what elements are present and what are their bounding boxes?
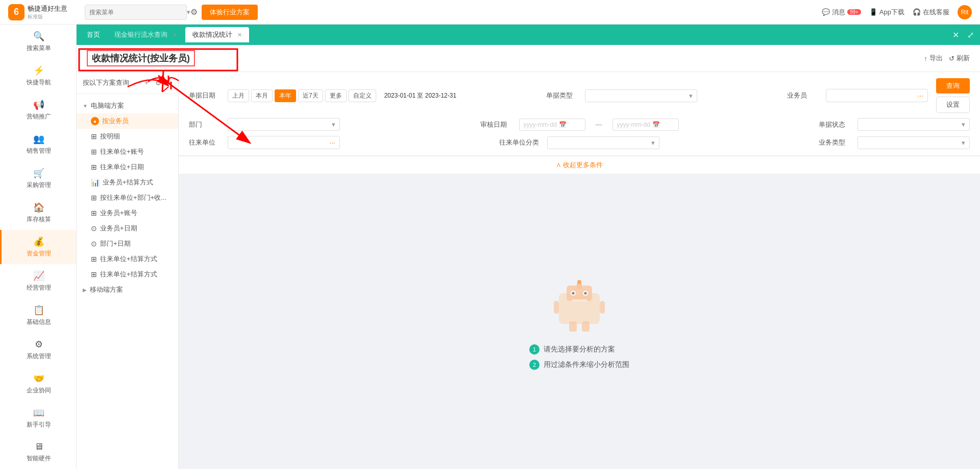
message-label: 消息 bbox=[832, 8, 845, 17]
basic-icon: 📋 bbox=[33, 304, 44, 316]
tab-collection-close[interactable]: ✕ bbox=[237, 32, 242, 38]
scheme-salesman-account[interactable]: ⊞ 业务员+账号 bbox=[77, 205, 178, 221]
date-btn-thisyear[interactable]: 本年 bbox=[275, 89, 296, 102]
scheme-partner-account[interactable]: ⊞ 往来单位+账号 bbox=[77, 144, 178, 159]
finance-icon: 💰 bbox=[33, 236, 44, 247]
scheme-salesman-settlement[interactable]: 📊 业务员+结算方式 bbox=[77, 175, 178, 190]
gear-icon[interactable]: ⚙ bbox=[190, 7, 198, 17]
sidebar-item-collab[interactable]: 🤝 企业协同 bbox=[0, 367, 76, 401]
empty-state-icon bbox=[549, 273, 610, 334]
setting-button[interactable]: 设置 bbox=[936, 97, 970, 113]
trial-button[interactable]: 体验行业方案 bbox=[202, 5, 258, 20]
search-input[interactable] bbox=[85, 5, 187, 20]
sidebar-item-system[interactable]: ⚙ 系统管理 bbox=[0, 333, 76, 367]
export-button[interactable]: ↑ 导出 bbox=[924, 54, 943, 63]
tip-num-2: 2 bbox=[529, 360, 540, 370]
voucher-type-select[interactable]: ▾ bbox=[585, 89, 697, 102]
dept-label: 部门 bbox=[189, 120, 219, 129]
mobile-group[interactable]: ▶ 移动端方案 bbox=[77, 282, 178, 297]
scheme-partner-settlement2-icon: ⊞ bbox=[91, 270, 97, 278]
date-btn-thismonth[interactable]: 本月 bbox=[251, 89, 273, 102]
scheme-partner-date[interactable]: ⊞ 往来单位+日期 bbox=[77, 159, 178, 175]
tip-text-2: 用过滤条件来缩小分析范围 bbox=[544, 360, 629, 369]
scheme-partner-settlement2[interactable]: ⊞ 往来单位+结算方式 bbox=[77, 267, 178, 282]
hardware-icon: 🖥 bbox=[34, 441, 43, 452]
sidebar-item-hardware[interactable]: 🖥 智能硬件 bbox=[0, 435, 76, 469]
salesman-select[interactable]: ··· bbox=[826, 89, 928, 102]
scheme-detail-label: 按明细 bbox=[100, 132, 120, 141]
voucher-status-select[interactable]: ▾ bbox=[857, 118, 970, 131]
svg-rect-9 bbox=[569, 321, 577, 332]
sidebar-item-search[interactable]: 🔍 搜索菜单 bbox=[0, 25, 76, 59]
scheme-salesman-date-icon: ⊙ bbox=[91, 224, 97, 232]
scheme-setting-icon[interactable]: ⚙ bbox=[154, 78, 163, 88]
top-header: 6 畅捷通好生意 标准版 ▾ ⚙ 体验行业方案 💬 消息 99+ 📱 App下载… bbox=[0, 0, 980, 25]
biz-type-chevron: ▾ bbox=[962, 139, 965, 147]
date-btn-more[interactable]: 更多 bbox=[325, 89, 347, 102]
partner-classify-label: 往来单位分类 bbox=[499, 138, 539, 147]
main-layout: 🔍 搜索菜单 ⚡ 快捷导航 📢 营销推广 👥 销售管理 🛒 采购管理 🏠 库存核… bbox=[0, 25, 980, 469]
add-scheme-icon[interactable]: ＋ bbox=[142, 77, 151, 88]
logo-tag: 标准版 bbox=[28, 13, 67, 20]
sidebar-item-operations[interactable]: 📈 经营管理 bbox=[0, 264, 76, 298]
sidebar-item-basic[interactable]: 📋 基础信息 bbox=[0, 298, 76, 333]
message-button[interactable]: 💬 消息 99+ bbox=[822, 8, 861, 17]
date-btn-lastmonth[interactable]: 上月 bbox=[228, 89, 249, 102]
app-download-label: App下载 bbox=[879, 8, 904, 17]
refresh-icon: ↺ bbox=[949, 55, 954, 62]
sidebar-item-marketing[interactable]: 📢 营销推广 bbox=[0, 93, 76, 127]
date-btn-custom[interactable]: 自定义 bbox=[349, 89, 376, 102]
marketing-icon: 📢 bbox=[33, 99, 44, 110]
online-service-button[interactable]: 🎧 在线客服 bbox=[913, 8, 949, 17]
partner-classify-select[interactable]: ▾ bbox=[547, 136, 659, 149]
scheme-partner-settlement1[interactable]: ⊞ 往来单位+结算方式 bbox=[77, 251, 178, 267]
collapse-panel-icon[interactable]: « bbox=[166, 78, 172, 88]
date-btn-7days[interactable]: 近7天 bbox=[298, 89, 323, 102]
partner-more-btn[interactable]: ··· bbox=[329, 138, 335, 147]
search-icon: 🔍 bbox=[33, 31, 44, 42]
close-tab-icon[interactable]: ✕ bbox=[950, 28, 961, 42]
maximize-icon[interactable]: ⤢ bbox=[965, 28, 976, 42]
tab-collection[interactable]: 收款情况统计 ✕ bbox=[185, 27, 249, 42]
header-right: 💬 消息 99+ 📱 App下载 🎧 在线客服 Rit bbox=[822, 5, 972, 19]
scheme-salesman-date[interactable]: ⊙ 业务员+日期 bbox=[77, 221, 178, 236]
sidebar: 🔍 搜索菜单 ⚡ 快捷导航 📢 营销推广 👥 销售管理 🛒 采购管理 🏠 库存核… bbox=[0, 25, 77, 469]
scheme-detail[interactable]: ⊞ 按明细 bbox=[77, 129, 178, 144]
query-button[interactable]: 查询 bbox=[936, 78, 970, 93]
scheme-dept-date[interactable]: ⊙ 部门+日期 bbox=[77, 236, 178, 251]
tab-cashflow-close[interactable]: ✕ bbox=[173, 32, 177, 38]
svg-rect-7 bbox=[554, 301, 559, 314]
svg-rect-10 bbox=[582, 321, 590, 332]
empty-tips: 1 请先选择要分析的方案 2 用过滤条件来缩小分析范围 bbox=[529, 344, 629, 370]
biz-type-select[interactable]: ▾ bbox=[857, 136, 970, 149]
app-download-button[interactable]: 📱 App下载 bbox=[869, 8, 904, 17]
audit-date-from-placeholder: yyyy-mm-dd bbox=[524, 121, 557, 128]
partner-select[interactable]: ··· bbox=[228, 136, 340, 149]
guide-icon: 📖 bbox=[33, 407, 44, 418]
scheme-salesman[interactable]: ● 按业务员 bbox=[77, 113, 178, 129]
chevron-down-icon[interactable]: ▾ bbox=[187, 8, 190, 16]
sidebar-item-finance[interactable]: 💰 资金管理 bbox=[0, 230, 76, 264]
tab-home[interactable]: 首页 bbox=[81, 27, 106, 42]
left-panel: 按以下方案查询 ＋ ⚙ « ▼ 电脑端方案 ● 按业务员 bbox=[77, 72, 179, 469]
tab-cashflow-label: 现金银行流水查询 bbox=[114, 30, 167, 39]
left-panel-title: 按以下方案查询 bbox=[83, 78, 129, 87]
sidebar-item-sales[interactable]: 👥 销售管理 bbox=[0, 127, 76, 161]
sidebar-item-purchase[interactable]: 🛒 采购管理 bbox=[0, 161, 76, 196]
collapse-bar[interactable]: ∧ 收起更多条件 bbox=[179, 156, 980, 174]
more-icon[interactable]: ··· bbox=[917, 91, 923, 100]
user-avatar[interactable]: Rit bbox=[958, 5, 972, 19]
refresh-button[interactable]: ↺ 刷新 bbox=[949, 54, 970, 63]
dept-select[interactable]: ▾ bbox=[228, 118, 340, 131]
sidebar-item-label: 营销推广 bbox=[27, 112, 51, 121]
calendar2-icon: 📅 bbox=[652, 121, 660, 128]
sidebar-item-inventory[interactable]: 🏠 库存核算 bbox=[0, 196, 76, 230]
desktop-group[interactable]: ▼ 电脑端方案 bbox=[77, 98, 178, 113]
tab-cashflow[interactable]: 现金银行流水查询 ✕ bbox=[107, 27, 184, 42]
audit-date-from[interactable]: yyyy-mm-dd 📅 bbox=[519, 119, 585, 131]
sidebar-item-quicknav[interactable]: ⚡ 快捷导航 bbox=[0, 59, 76, 93]
sidebar-item-guide[interactable]: 📖 新手引导 bbox=[0, 401, 76, 435]
scheme-partner-dept[interactable]: ⊞ 按往来单位+部门+收... bbox=[77, 190, 178, 205]
tip-num-1: 1 bbox=[529, 344, 540, 355]
audit-date-to[interactable]: yyyy-mm-dd 📅 bbox=[612, 119, 679, 131]
